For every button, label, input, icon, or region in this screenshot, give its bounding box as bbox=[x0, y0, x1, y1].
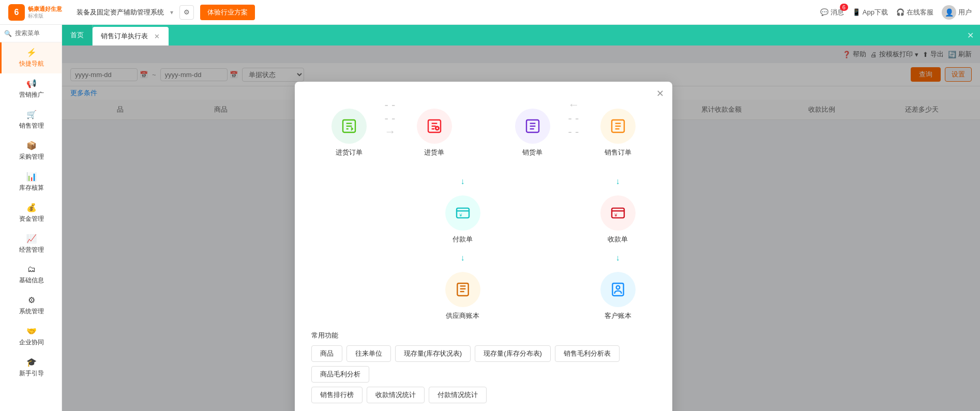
wf-purchase-slip: 进货单 bbox=[401, 109, 468, 157]
sidebar-item-enterprise[interactable]: 🤝 企业协同 bbox=[0, 321, 62, 352]
system-chevron-icon[interactable]: ▾ bbox=[170, 9, 173, 16]
online-service-button[interactable]: 🎧 在线客服 bbox=[896, 8, 933, 17]
wf-sales-slip: 销货单 bbox=[499, 109, 566, 157]
supplier-account-icon bbox=[445, 272, 480, 307]
arrow-down-4: ↓ bbox=[616, 253, 620, 263]
logo-area: 6 畅康通好生意 标准版 bbox=[8, 4, 70, 21]
avatar: 👤 bbox=[942, 5, 956, 20]
tab-home[interactable]: 首页 bbox=[62, 25, 93, 45]
enterprise-icon: 🤝 bbox=[26, 326, 37, 336]
wf-supplier-account: 供应商账本 bbox=[429, 272, 496, 321]
arrow-down-3: ↓ bbox=[461, 253, 465, 263]
workflow-diagram: 进货订单 - - - - → bbox=[295, 82, 672, 331]
message-badge: 6 bbox=[840, 4, 848, 11]
wf-customer-account: 客户账本 bbox=[584, 272, 652, 321]
logo-text: 畅康通好生意 标准版 bbox=[28, 5, 62, 19]
overlay-background[interactable]: ✕ bbox=[62, 45, 980, 411]
common-btn-sales-rank[interactable]: 销售排行榜 bbox=[311, 387, 363, 403]
tab-sales-order-exec[interactable]: 销售订单执行表 ✕ bbox=[93, 27, 169, 45]
workflow-row-arrows: ↓ ↓ bbox=[315, 176, 652, 187]
arrow-2: ← - - - - bbox=[568, 98, 582, 168]
common-btn-receipt-stats[interactable]: 收款情况统计 bbox=[367, 387, 425, 403]
common-btn-payment-stats[interactable]: 付款情况统计 bbox=[429, 387, 487, 403]
trial-button[interactable]: 体验行业方案 bbox=[200, 5, 255, 20]
message-icon: 💬 bbox=[820, 8, 828, 16]
arrow-down-2: ↓ bbox=[616, 177, 620, 186]
tab-bar: 首页 销售订单执行表 ✕ ✕ bbox=[62, 25, 980, 45]
common-btn-counterparty[interactable]: 往来单位 bbox=[346, 345, 391, 362]
sidebar-item-base-info[interactable]: 🗂 基础信息 bbox=[0, 260, 62, 290]
common-btn-sales-gross[interactable]: 销售毛利分析表 bbox=[555, 345, 620, 362]
workflow-row-1: 进货订单 - - - - → bbox=[315, 98, 652, 168]
svg-rect-18 bbox=[457, 208, 469, 218]
system-icon: ⚙ bbox=[28, 295, 35, 305]
svg-rect-24 bbox=[457, 283, 468, 296]
logo-icon: 6 bbox=[8, 4, 25, 21]
common-buttons-row1: 商品 往来单位 现存量(库存状况表) 现存量(库存分布表) 销售毛利分析表 商品… bbox=[311, 345, 656, 383]
user-menu[interactable]: 👤 用户 bbox=[942, 5, 972, 20]
message-button[interactable]: 💬 消息 6 bbox=[820, 8, 844, 17]
sales-slip-icon bbox=[515, 109, 550, 144]
sidebar-item-newbie[interactable]: 🎓 新手引导 bbox=[0, 352, 62, 383]
payment-slip-icon: ¥ bbox=[445, 195, 480, 231]
base-info-icon: 🗂 bbox=[27, 265, 36, 274]
quick-nav-icon: ⚡ bbox=[26, 48, 37, 57]
workflow-row-3: 供应商账本 bbox=[315, 272, 652, 321]
purchase-icon: 📦 bbox=[26, 141, 37, 150]
wf-receipt-slip: ¥ 收款单 bbox=[584, 195, 652, 244]
inventory-icon: 📊 bbox=[26, 172, 37, 181]
newbie-icon: 🎓 bbox=[26, 357, 37, 367]
app-download-button[interactable]: 📱 App下载 bbox=[852, 8, 888, 17]
svg-point-29 bbox=[616, 286, 620, 290]
common-btn-stock-status[interactable]: 现存量(库存状况表) bbox=[395, 345, 471, 362]
wf-purchase-order: 进货订单 bbox=[315, 109, 383, 157]
finance-icon: 💰 bbox=[26, 203, 37, 212]
search-menu[interactable]: 🔍 搜索菜单 bbox=[0, 25, 62, 42]
receipt-slip-icon: ¥ bbox=[600, 195, 636, 231]
sidebar-item-system[interactable]: ⚙ 系统管理 bbox=[0, 290, 62, 321]
app-download-icon: 📱 bbox=[852, 8, 861, 16]
sidebar-item-marketing[interactable]: 📢 营销推广 bbox=[0, 73, 62, 104]
sidebar-item-finance[interactable]: 💰 资金管理 bbox=[0, 197, 62, 229]
sidebar-item-inventory[interactable]: 📊 库存核算 bbox=[0, 166, 62, 197]
customer-account-icon bbox=[600, 272, 636, 307]
sidebar-item-quick-nav[interactable]: ⚡ 快捷导航 bbox=[0, 42, 62, 73]
sidebar-item-purchase[interactable]: 📦 采购管理 bbox=[0, 135, 62, 166]
service-icon: 🎧 bbox=[896, 8, 904, 16]
svg-text:¥: ¥ bbox=[614, 212, 617, 218]
workflow-popup: ✕ bbox=[295, 82, 672, 411]
common-btn-goods-gross[interactable]: 商品毛利分析 bbox=[311, 366, 369, 383]
purchase-order-icon bbox=[331, 109, 367, 144]
common-functions-section: 常用功能 商品 往来单位 现存量(库存状况表) 现存量(库存分布表) 销售毛利分… bbox=[295, 331, 672, 411]
common-btn-goods[interactable]: 商品 bbox=[311, 345, 342, 362]
workflow-row-2: ¥ 付款单 bbox=[315, 195, 652, 244]
tab-close-icon[interactable]: ✕ bbox=[154, 33, 160, 40]
arrow-down-1: ↓ bbox=[461, 177, 465, 186]
svg-rect-21 bbox=[612, 208, 624, 218]
wf-payment-slip: ¥ 付款单 bbox=[429, 195, 496, 244]
sidebar-item-sales[interactable]: 🛒 销售管理 bbox=[0, 104, 62, 135]
tab-bar-close-icon[interactable]: ✕ bbox=[967, 31, 974, 40]
marketing-icon: 📢 bbox=[26, 79, 37, 88]
common-functions-title: 常用功能 bbox=[311, 331, 656, 340]
workflow-row-arrows-2: ↓ ↓ bbox=[315, 252, 652, 264]
svg-text:¥: ¥ bbox=[459, 212, 462, 218]
common-buttons-row2: 销售排行榜 收款情况统计 付款情况统计 bbox=[311, 387, 656, 403]
wf-sales-order: 销售订单 bbox=[584, 109, 652, 157]
sales-icon: 🛒 bbox=[26, 110, 37, 119]
operation-icon: 📈 bbox=[26, 234, 37, 243]
popup-close-icon[interactable]: ✕ bbox=[656, 88, 664, 99]
sidebar-item-operation[interactable]: 📈 经营管理 bbox=[0, 229, 62, 260]
system-name: 装备及固定资产辅助管理系统 bbox=[77, 8, 164, 17]
settings-icon[interactable]: ⚙ bbox=[179, 5, 194, 20]
purchase-slip-icon bbox=[417, 109, 452, 144]
common-btn-stock-distribution[interactable]: 现存量(库存分布表) bbox=[475, 345, 551, 362]
arrow-1: - - - - → bbox=[385, 98, 399, 168]
sales-order-icon bbox=[600, 109, 636, 144]
search-icon: 🔍 bbox=[4, 30, 12, 37]
